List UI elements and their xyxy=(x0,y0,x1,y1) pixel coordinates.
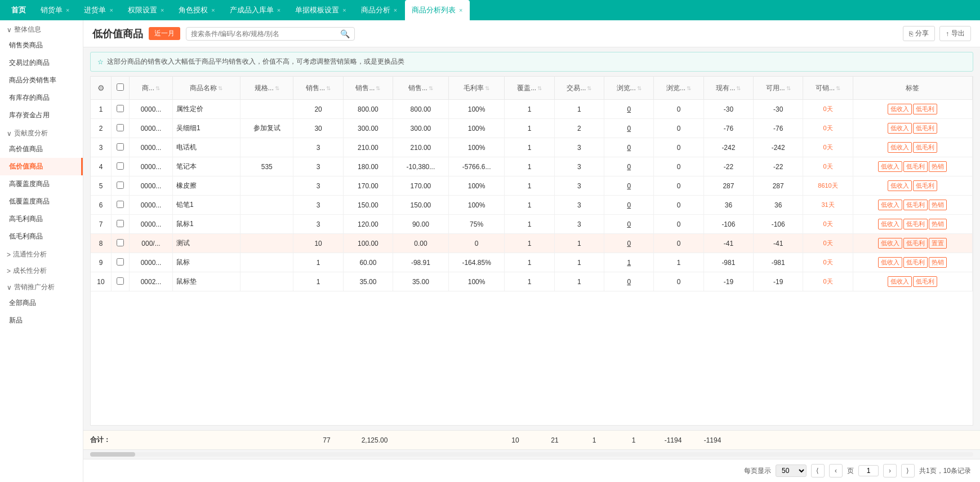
close-icon[interactable]: × xyxy=(277,7,280,14)
sidebar-item-new-products[interactable]: 新品 xyxy=(0,312,83,329)
tag: 低毛利 xyxy=(913,142,937,153)
footer-browse2: 1 xyxy=(614,436,653,444)
row-s1: 1 xyxy=(293,272,343,291)
sidebar-group-title-circulation[interactable]: > 流通性分析 xyxy=(0,245,83,262)
close-icon[interactable]: × xyxy=(459,7,462,14)
row-browse1[interactable]: 0 xyxy=(604,272,654,291)
row-checkbox[interactable] xyxy=(117,162,124,170)
close-icon[interactable]: × xyxy=(394,7,397,14)
row-browse1[interactable]: 0 xyxy=(604,157,654,176)
sidebar-group-title-overall[interactable]: ∨ 整体信息 xyxy=(0,20,83,37)
row-checkbox[interactable] xyxy=(117,124,124,131)
search-input[interactable] xyxy=(191,30,337,38)
row-checkbox-cell[interactable] xyxy=(112,234,130,253)
row-browse1[interactable]: 0 xyxy=(604,119,654,138)
sidebar-item-low-coverage[interactable]: 低覆盖度商品 xyxy=(0,193,83,210)
row-days: 0天 xyxy=(803,272,853,291)
row-browse1[interactable]: 1 xyxy=(604,253,654,272)
row-checkbox-cell[interactable] xyxy=(112,138,130,157)
date-filter-button[interactable]: 近一月 xyxy=(149,27,180,40)
nav-roles[interactable]: 角色授权 × xyxy=(172,0,221,20)
col-gear[interactable]: ⚙ xyxy=(91,77,112,100)
export-button[interactable]: ↑ 导出 xyxy=(939,26,971,41)
sidebar-item-high-coverage[interactable]: 高覆盖度商品 xyxy=(0,175,83,193)
nav-permissions[interactable]: 权限设置 × xyxy=(121,0,171,20)
horizontal-scrollbar[interactable] xyxy=(90,452,973,457)
page-number-input[interactable] xyxy=(858,465,879,476)
collapse-icon: ∨ xyxy=(7,26,12,34)
close-icon[interactable]: × xyxy=(66,7,69,14)
nav-product-analysis-list[interactable]: 商品分析列表 × xyxy=(405,0,469,20)
select-all-checkbox[interactable] xyxy=(117,83,124,91)
col-s1: 销售...⇅ xyxy=(293,77,343,100)
row-s1: 3 xyxy=(293,196,343,215)
sidebar-item-all-products[interactable]: 全部商品 xyxy=(0,294,83,312)
row-checkbox-cell[interactable] xyxy=(112,196,130,215)
row-browse1[interactable]: 0 xyxy=(604,100,654,119)
row-spec xyxy=(240,253,293,272)
sidebar-item-sales-products[interactable]: 销售类商品 xyxy=(0,37,83,54)
row-checkbox-cell[interactable] xyxy=(112,100,130,119)
nav-template-settings[interactable]: 单据模板设置 × xyxy=(288,0,353,20)
prev-page-button[interactable]: ‹ xyxy=(829,464,843,477)
row-browse1[interactable]: 0 xyxy=(604,215,654,234)
nav-home[interactable]: 首页 xyxy=(5,0,33,20)
sidebar-item-low-margin[interactable]: 低毛利商品 xyxy=(0,228,83,245)
table-row: 2 0000... 吴细细1 参加复试 30 300.00 300.00 100… xyxy=(91,119,973,138)
close-icon[interactable]: × xyxy=(109,7,113,14)
next-page-button[interactable]: › xyxy=(883,464,897,477)
gear-icon[interactable]: ⚙ xyxy=(94,81,108,95)
row-checkbox[interactable] xyxy=(117,277,124,285)
row-checkbox[interactable] xyxy=(117,220,124,227)
row-browse1[interactable]: 0 xyxy=(604,234,654,253)
tag: 热销 xyxy=(929,200,947,210)
row-checkbox-cell[interactable] xyxy=(112,272,130,291)
page-label: 页 xyxy=(847,466,854,476)
row-cover: 1 xyxy=(505,196,554,215)
sidebar-item-low-value[interactable]: 低价值商品 xyxy=(0,158,83,175)
sidebar-group-title-contribution[interactable]: ∨ 贡献度分析 xyxy=(0,124,83,140)
row-browse1[interactable]: 0 xyxy=(604,176,654,196)
close-icon[interactable]: × xyxy=(211,7,215,14)
sidebar-item-category-rate[interactable]: 商品分类销售率 xyxy=(0,72,83,89)
row-checkbox[interactable] xyxy=(117,258,124,266)
row-checkbox-cell[interactable] xyxy=(112,119,130,138)
col-trade: 交易...⇅ xyxy=(554,77,604,100)
sidebar-item-stock-capital[interactable]: 库存资金占用 xyxy=(0,107,83,124)
row-stock2: -22 xyxy=(754,157,803,176)
nav-product-instock[interactable]: 产成品入库单 × xyxy=(223,0,287,20)
nav-purchase-order[interactable]: 进货单 × xyxy=(77,0,119,20)
row-stock2: -19 xyxy=(754,272,803,291)
row-checkbox[interactable] xyxy=(117,201,124,208)
sidebar-item-high-value[interactable]: 高价值商品 xyxy=(0,140,83,158)
row-checkbox[interactable] xyxy=(117,105,124,112)
sidebar-group-title-growth[interactable]: > 成长性分析 xyxy=(0,262,83,278)
sidebar-item-stocked-products[interactable]: 有库存的商品 xyxy=(0,89,83,107)
tag: 低毛利 xyxy=(913,276,937,287)
scrollbar-thumb[interactable] xyxy=(90,452,135,457)
row-tags: 低收入低毛利 xyxy=(853,138,972,157)
row-checkbox[interactable] xyxy=(117,182,124,189)
row-trade: 1 xyxy=(554,234,604,253)
row-checkbox-cell[interactable] xyxy=(112,157,130,176)
row-browse1[interactable]: 0 xyxy=(604,196,654,215)
nav-product-analysis[interactable]: 商品分析 × xyxy=(354,0,404,20)
close-icon[interactable]: × xyxy=(342,7,346,14)
row-checkbox-cell[interactable] xyxy=(112,215,130,234)
row-checkbox[interactable] xyxy=(117,239,124,246)
row-checkbox-cell[interactable] xyxy=(112,253,130,272)
row-checkbox-cell[interactable] xyxy=(112,176,130,196)
share-button[interactable]: ⎘ 分享 xyxy=(903,26,935,41)
first-page-button[interactable]: ⟨ xyxy=(811,464,825,477)
sidebar-item-traded-products[interactable]: 交易过的商品 xyxy=(0,54,83,72)
sidebar-group-title-marketing[interactable]: ∨ 营销推广分析 xyxy=(0,278,83,294)
search-icon[interactable]: 🔍 xyxy=(340,29,350,38)
sidebar-item-high-margin[interactable]: 高毛利商品 xyxy=(0,210,83,228)
last-page-button[interactable]: ⟩ xyxy=(901,464,915,477)
row-browse1[interactable]: 0 xyxy=(604,138,654,157)
close-icon[interactable]: × xyxy=(161,7,164,14)
row-checkbox[interactable] xyxy=(117,143,124,151)
nav-sales-order[interactable]: 销货单 × xyxy=(34,0,76,20)
page-size-select[interactable]: 50 100 200 xyxy=(776,465,807,477)
page-title: 低价值商品 xyxy=(92,27,143,41)
